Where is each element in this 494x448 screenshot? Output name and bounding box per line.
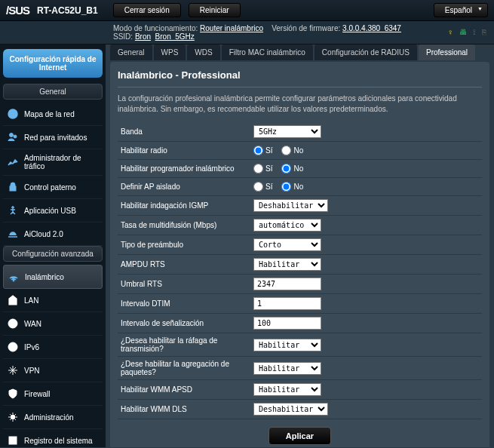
- nav-label: VPN: [24, 367, 40, 375]
- radio-isolated-no[interactable]: No: [281, 182, 303, 192]
- label-ampdu: AMPDU RTS: [118, 260, 253, 268]
- nav-icon: [6, 364, 20, 377]
- nav-label: Red para invitados: [24, 133, 87, 142]
- sidebar-item-advanced-1[interactable]: LAN: [3, 289, 103, 312]
- nav-icon: [6, 107, 20, 121]
- brand-logo: /SUS: [6, 4, 29, 17]
- radio-scheduler-no[interactable]: No: [281, 164, 303, 173]
- sidebar-item-general-4[interactable]: Aplicación USB: [3, 199, 103, 222]
- nav-icon: [6, 340, 20, 354]
- label-isolated: Definir AP aislado: [118, 183, 253, 191]
- sidebar-item-advanced-3[interactable]: IPv6: [3, 336, 103, 359]
- label-wmmapsd: Habilitar WMM APSD: [118, 385, 253, 394]
- select-txburst[interactable]: Habilitar: [253, 339, 321, 351]
- label-aggregation: ¿Dese habilitar la agregación de paquete…: [118, 360, 253, 376]
- nav-label: Control paterno: [24, 183, 76, 192]
- nav-icon: [6, 317, 20, 330]
- usb-icon[interactable]: ⟟: [473, 28, 476, 37]
- tab-wds[interactable]: WDS: [187, 44, 219, 60]
- select-band[interactable]: 5GHz: [253, 125, 321, 138]
- sidebar-item-general-3[interactable]: Control paterno: [3, 176, 103, 199]
- sidebar-item-general-2[interactable]: Administrador de tráfico: [3, 149, 103, 176]
- mode-link[interactable]: Router inalámbrico: [200, 24, 263, 32]
- label-multicast: Tasa de multidifusión (Mbps): [118, 221, 253, 229]
- tab-wps[interactable]: WPS: [154, 44, 186, 60]
- nav-icon: [6, 434, 20, 447]
- logout-button[interactable]: Cerrar sesión: [113, 3, 181, 17]
- tab-professional[interactable]: Professional: [419, 44, 475, 60]
- svg-point-2: [10, 133, 14, 137]
- radio-isolated-yes[interactable]: Sí: [253, 182, 272, 192]
- sidebar-item-general-0[interactable]: Mapa de la red: [3, 103, 103, 126]
- select-wmmdls[interactable]: Deshabilitar: [253, 403, 328, 416]
- radio-radio-yes[interactable]: Sí: [253, 146, 272, 155]
- link-icon[interactable]: ⎘: [482, 28, 486, 37]
- tab-bar: GeneralWPSWDSFiltro MAC inalámbricoConfi…: [110, 44, 489, 60]
- input-dtim[interactable]: [253, 297, 321, 310]
- nav-icon: [6, 155, 20, 169]
- model-name: RT-AC52U_B1: [37, 5, 98, 16]
- tab-general[interactable]: General: [110, 44, 152, 60]
- firmware-label: Versión de firmware:: [272, 24, 340, 32]
- label-radio: Habilitar radio: [118, 146, 253, 155]
- content-area: GeneralWPSWDSFiltro MAC inalámbricoConfi…: [106, 44, 494, 447]
- select-aggregation[interactable]: Habilitar: [253, 362, 321, 375]
- nav-label: Registro del sistema: [24, 437, 93, 445]
- nav-label: Mapa de la red: [24, 110, 75, 118]
- select-multicast[interactable]: automático: [253, 219, 321, 232]
- ssid-link-1[interactable]: Bron: [135, 32, 151, 41]
- firmware-link[interactable]: 3.0.0.4.380_6347: [342, 24, 401, 32]
- sidebar-item-advanced-7[interactable]: Registro del sistema: [3, 429, 103, 447]
- label-igmp: Habilitar indagación IGMP: [118, 201, 253, 210]
- sidebar-item-advanced-6[interactable]: Administración: [3, 406, 103, 429]
- sidebar-item-advanced-4[interactable]: VPN: [3, 359, 103, 382]
- ssid-link-2[interactable]: Bron_5GHz: [155, 32, 195, 41]
- mode-label: Modo de funcionamiento:: [113, 24, 198, 32]
- nav-icon: [6, 387, 20, 400]
- settings-panel: Inalámbrico - Professional La configurac…: [110, 62, 489, 447]
- sidebar-item-advanced-5[interactable]: Firewall: [3, 382, 103, 406]
- select-ampdu[interactable]: Habilitar: [253, 258, 321, 271]
- input-rts[interactable]: [253, 278, 321, 290]
- svg-rect-9: [9, 437, 17, 444]
- label-band: Banda: [118, 127, 253, 136]
- sidebar-item-general-5[interactable]: AiCloud 2.0: [3, 222, 103, 246]
- radio-radio-no[interactable]: No: [281, 146, 303, 155]
- sidebar-item-advanced-0[interactable]: Inalámbrico: [3, 265, 103, 289]
- radio-scheduler-yes[interactable]: Sí: [253, 164, 272, 173]
- info-bar: Modo de funcionamiento: Router inalámbri…: [0, 21, 494, 44]
- panel-description: La configuración profesional inalámbrica…: [118, 94, 482, 115]
- select-igmp[interactable]: Deshabilitar: [253, 199, 328, 212]
- nav-icon: [7, 270, 20, 284]
- tab-configuración-de-radius[interactable]: Configuración de RADIUS: [315, 44, 417, 60]
- nav-label: IPv6: [24, 343, 39, 351]
- apply-button[interactable]: Aplicar: [268, 427, 331, 445]
- nav-icon: [6, 293, 20, 307]
- select-preamble[interactable]: Corto: [253, 238, 321, 251]
- nav-icon: [6, 410, 20, 424]
- label-beacon: Intervalo de señalización: [118, 319, 253, 327]
- status-icon[interactable]: ♀: [448, 28, 454, 37]
- language-select[interactable]: Español: [434, 3, 488, 17]
- nav-label: Inalámbrico: [25, 273, 64, 281]
- nav-label: Administrador de tráfico: [24, 154, 100, 170]
- nav-label: AiCloud 2.0: [24, 230, 63, 238]
- nav-icon: [6, 204, 20, 217]
- svg-point-5: [13, 280, 14, 281]
- panel-title: Inalámbrico - Professional: [118, 69, 482, 87]
- sidebar: Configuración rápida de Internet General…: [0, 44, 106, 447]
- nav-label: LAN: [24, 296, 38, 305]
- svg-point-3: [14, 135, 17, 138]
- select-wmmapsd[interactable]: Habilitar: [253, 383, 321, 396]
- input-beacon[interactable]: [253, 317, 321, 330]
- sidebar-item-advanced-2[interactable]: WAN: [3, 312, 103, 336]
- qis-button[interactable]: Configuración rápida de Internet: [3, 49, 103, 78]
- nav-icon: [6, 227, 20, 241]
- nav-icon: [6, 130, 20, 144]
- label-wmmdls: Habilitar WMM DLS: [118, 405, 253, 413]
- sidebar-item-general-1[interactable]: Red para invitados: [3, 126, 103, 149]
- tab-filtro-mac-inalámbrico[interactable]: Filtro MAC inalámbrico: [222, 44, 313, 60]
- printer-icon[interactable]: 🖶: [459, 28, 467, 37]
- reboot-button[interactable]: Reiniciar: [189, 3, 241, 17]
- label-rts: Umbral RTS: [118, 280, 253, 288]
